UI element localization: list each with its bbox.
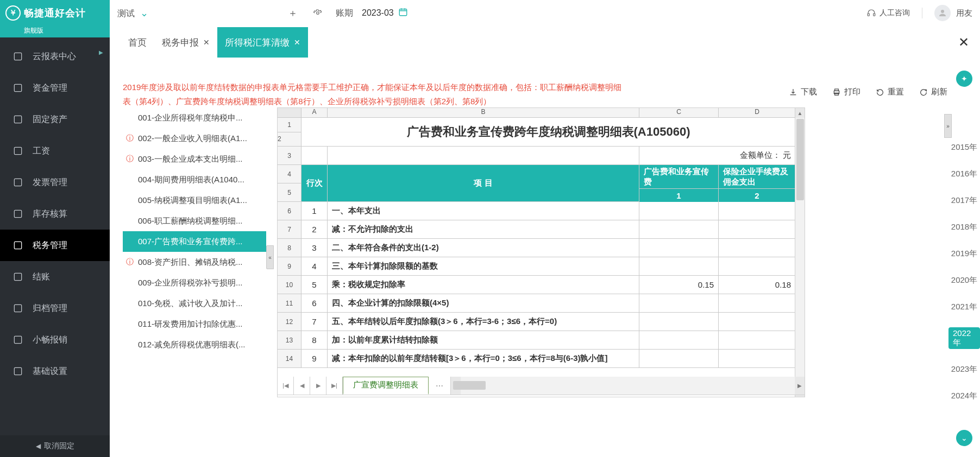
nav-item-4[interactable]: 发票管理: [0, 167, 110, 198]
avatar[interactable]: [934, 5, 951, 21]
cell-c1[interactable]: [639, 257, 719, 275]
company-selector[interactable]: 测试 ⌄: [117, 7, 280, 20]
year-2016年[interactable]: 2016年: [949, 168, 979, 180]
cell-c2[interactable]: [719, 350, 796, 367]
row-header[interactable]: 11: [278, 294, 301, 312]
col-header-C[interactable]: C: [639, 108, 719, 117]
sheet-next-button[interactable]: ▶: [310, 377, 326, 395]
cell-c1[interactable]: [639, 294, 719, 312]
spreadsheet[interactable]: A B C D 12广告费和业务宣传费跨年度纳税调整明细表(A105060)3金…: [277, 107, 805, 397]
nav-item-2[interactable]: 固定资产: [0, 104, 110, 135]
col-header-A[interactable]: A: [301, 108, 328, 117]
close-all-tabs-button[interactable]: ✕: [958, 35, 969, 50]
row-header[interactable]: 12: [278, 118, 301, 146]
collapse-forms-handle[interactable]: «: [266, 245, 274, 269]
year-2021年[interactable]: 2021年: [949, 301, 979, 313]
cell-rowno[interactable]: 5: [301, 276, 328, 294]
cell-c1[interactable]: [639, 202, 719, 220]
calendar-button[interactable]: [398, 7, 408, 20]
cell-item[interactable]: 减：本年扣除的以前年度结转额[3＞6，本行=0；3≤6，本行=8与(6-3)孰小…: [328, 350, 639, 367]
form-item-9[interactable]: 010-免税、减计收入及加计...: [123, 293, 266, 314]
year-2024年[interactable]: 2024年: [949, 390, 979, 402]
hscroll-thumb[interactable]: [453, 381, 486, 390]
sheet-tab[interactable]: 广宣费调整明细表: [343, 377, 429, 395]
form-item-10[interactable]: 011-研发费用加计扣除优惠...: [123, 314, 266, 334]
year-2020年[interactable]: 2020年: [949, 274, 979, 287]
refresh-button[interactable]: 刷新: [919, 87, 947, 97]
cell-c1[interactable]: [639, 313, 719, 331]
form-item-6[interactable]: 007-广告费和业务宣传费跨...: [123, 231, 266, 252]
row-header[interactable]: 14: [278, 350, 301, 367]
cell-item[interactable]: 四、本企业计算的扣除限额(4×5): [328, 294, 639, 312]
cell-c2[interactable]: [719, 331, 796, 349]
sheet-prev-button[interactable]: ◀: [294, 377, 310, 395]
cell-item[interactable]: 二、本年符合条件的支出(1-2): [328, 239, 639, 257]
form-item-1[interactable]: ⓘ002-一般企业收入明细表(A1...: [123, 128, 266, 149]
row-header[interactable]: 45: [278, 165, 301, 201]
cell-c1[interactable]: [639, 331, 719, 349]
cell-c2[interactable]: [719, 239, 796, 257]
year-2019年[interactable]: 2019年: [949, 247, 979, 260]
scroll-right-icon[interactable]: ▶: [795, 377, 805, 395]
year-2023年[interactable]: 2023年: [949, 363, 979, 376]
col-header-D[interactable]: D: [719, 108, 796, 117]
nav-item-9[interactable]: 小畅报销: [0, 324, 110, 356]
cell[interactable]: [301, 147, 328, 164]
nav-item-6[interactable]: 税务管理: [0, 230, 110, 261]
cell[interactable]: [328, 147, 639, 164]
print-button[interactable]: 打印: [832, 87, 860, 97]
expand-panel-handle[interactable]: »: [944, 114, 952, 138]
nav-item-1[interactable]: 资金管理: [0, 72, 110, 104]
form-item-7[interactable]: ⓘ008-资产折旧、摊销及纳税...: [123, 252, 266, 272]
cell-item[interactable]: 加：以前年度累计结转扣除额: [328, 331, 639, 349]
year-2022年[interactable]: 2022年: [948, 327, 980, 349]
cell-rowno[interactable]: 6: [301, 294, 328, 312]
settings-button[interactable]: [311, 6, 325, 20]
cell-rowno[interactable]: 8: [301, 331, 328, 349]
row-header[interactable]: 6: [278, 202, 301, 220]
tab-close-icon[interactable]: ✕: [294, 38, 300, 47]
nav-item-5[interactable]: 库存核算: [0, 198, 110, 230]
year-2017年[interactable]: 2017年: [949, 194, 979, 207]
tab-close-icon[interactable]: ✕: [203, 38, 210, 47]
tab-1[interactable]: 税务申报✕: [154, 27, 217, 58]
cell-rowno[interactable]: 7: [301, 313, 328, 331]
nav-item-3[interactable]: 工资: [0, 135, 110, 167]
year-2015年[interactable]: 2015年: [949, 141, 979, 154]
reset-button[interactable]: 重置: [876, 87, 904, 97]
cell-rowno[interactable]: 9: [301, 350, 328, 367]
sheet-last-button[interactable]: ▶|: [326, 377, 343, 395]
cell-c1[interactable]: [639, 239, 719, 257]
nav-item-7[interactable]: 结账: [0, 261, 110, 293]
add-button[interactable]: ＋: [286, 6, 300, 20]
form-item-8[interactable]: 009-企业所得税弥补亏损明...: [123, 272, 266, 293]
cell-item[interactable]: 减：不允许扣除的支出: [328, 220, 639, 238]
nav-item-0[interactable]: 云报表中心▶: [0, 41, 110, 72]
cell-c2[interactable]: [719, 294, 796, 312]
row-header[interactable]: 9: [278, 257, 301, 275]
row-header[interactable]: 7: [278, 220, 301, 238]
vertical-scrollbar[interactable]: ▲ ▼: [795, 108, 805, 397]
nav-item-10[interactable]: 基础设置: [0, 356, 110, 387]
row-header[interactable]: 12: [278, 313, 301, 331]
rail-top-button[interactable]: ✦: [956, 71, 972, 87]
form-item-11[interactable]: 012-减免所得税优惠明细表(...: [123, 334, 266, 355]
cell-c2[interactable]: [719, 220, 796, 238]
cell-rowno[interactable]: 4: [301, 257, 328, 275]
cell-c2[interactable]: 0.18: [719, 276, 796, 294]
rail-bottom-button[interactable]: ⌄: [956, 430, 972, 446]
cell-item[interactable]: 五、本年结转以后年度扣除额(3＞6，本行=3-6；3≤6，本行=0): [328, 313, 639, 331]
tab-0[interactable]: 首页: [121, 27, 154, 58]
form-item-0[interactable]: 001-企业所得税年度纳税申...: [123, 107, 266, 128]
cell-c2[interactable]: [719, 257, 796, 275]
unpin-button[interactable]: ◀ 取消固定: [0, 435, 110, 457]
sheet-menu-button[interactable]: ⋯: [429, 382, 450, 390]
col-header-B[interactable]: B: [328, 108, 639, 117]
form-item-3[interactable]: 004-期间费用明细表(A1040...: [123, 169, 266, 190]
sheet-first-button[interactable]: |◀: [278, 377, 294, 395]
scroll-up-icon[interactable]: ▲: [795, 108, 805, 118]
form-item-5[interactable]: 006-职工薪酬纳税调整明细...: [123, 211, 266, 231]
scroll-thumb[interactable]: [796, 119, 804, 200]
year-2018年[interactable]: 2018年: [949, 221, 979, 233]
cell-c1[interactable]: [639, 350, 719, 367]
